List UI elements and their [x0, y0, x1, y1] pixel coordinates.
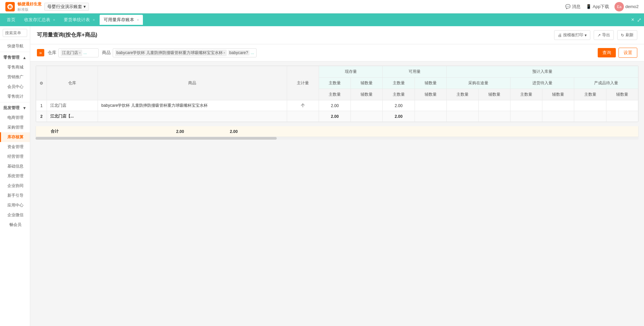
warehouse-more[interactable]: ... — [84, 50, 87, 55]
product-tag-label: babycare学饮杯 儿童防摔防撞吸管杯重力球吸嘴杯宝宝水杯 — [116, 50, 223, 56]
sidebar-item-wholesale-mgmt[interactable]: 批发管理 ▼ — [0, 103, 30, 113]
sidebar-item-member[interactable]: 会员中心 — [0, 82, 30, 92]
sidebar-item-retail-stats[interactable]: 零售统计 — [0, 92, 30, 101]
sidebar-item-finance[interactable]: 资金管理 — [0, 142, 30, 152]
sidebar-app-center-label: 应用中心 — [7, 202, 23, 208]
scroll-thumb[interactable] — [36, 137, 277, 140]
sidebar-item-ecommerce[interactable]: 电商管理 — [0, 113, 30, 123]
product-filter-tags[interactable]: babycare学饮杯 儿童防摔防撞吸管杯重力球吸嘴杯宝宝水杯 × babyca… — [113, 48, 257, 57]
col-available-aux-sub: 辅数量 — [415, 78, 446, 89]
row1-production-aux — [606, 100, 638, 111]
refresh-button[interactable]: ↻ 刷新 — [617, 30, 637, 40]
svg-text:畅: 畅 — [8, 5, 12, 9]
row2-stock-main: 2.00 — [319, 111, 351, 122]
sidebar-marketing-label: 营销推广 — [7, 74, 23, 80]
tab-restore-btn[interactable]: ⤢ — [637, 17, 641, 23]
row2-production-main — [574, 111, 606, 122]
horizontal-scrollbar[interactable] — [36, 137, 639, 140]
tab-receipts[interactable]: 收发存汇总表 × — [20, 15, 59, 25]
row2-product — [98, 111, 287, 122]
tab-bar-controls: × ⤢ — [631, 17, 641, 23]
sidebar-item-marketing[interactable]: 营销推广 — [0, 72, 30, 82]
sidebar-item-purchase[interactable]: 采购管理 — [0, 123, 30, 132]
tab-orders-close[interactable]: × — [93, 18, 95, 22]
sidebar-item-retail-mgmt[interactable]: 零售管理 ▲ — [0, 53, 30, 62]
sidebar-item-app-center[interactable]: 应用中心 — [0, 200, 30, 210]
printer-icon: 🖨 — [558, 33, 562, 38]
sidebar-item-retail-store[interactable]: 零售商城 — [0, 62, 30, 72]
logo-icon: 畅 — [5, 2, 15, 11]
tab-close-btn[interactable]: × — [631, 17, 634, 23]
store-selector[interactable]: 母婴行业演示账套 ▾ — [44, 3, 89, 11]
inventory-table: ⚙ 仓库 商品 主计量 现存量 可用量 预计入库量 主数量 辅数量 主数量 辅数… — [36, 66, 638, 122]
row2-incoming-aux — [542, 111, 574, 122]
sidebar-item-inventory[interactable]: 库存核算 — [0, 132, 30, 142]
search-input[interactable] — [3, 29, 27, 37]
tab-available-close[interactable]: × — [137, 18, 139, 22]
sidebar-quick-nav-label: 快捷导航 — [7, 43, 23, 49]
sidebar-item-new-guide[interactable]: 新手引导 — [0, 191, 30, 200]
col-unit: 主计量 — [287, 66, 319, 100]
product-tag-close[interactable]: × — [223, 51, 225, 55]
product-tag2-label: babycare? — [229, 50, 248, 55]
row2-warehouse: 江北门店【... — [47, 111, 98, 122]
brand-info: 畅捷通好生意 标准版 — [17, 1, 42, 12]
row2-avail-main: 2.00 — [383, 111, 415, 122]
col-purchase-main: 主数量 — [446, 89, 478, 100]
chevron-up-icon: ▲ — [22, 55, 26, 60]
store-dropdown-icon: ▾ — [84, 4, 86, 9]
sidebar-vip-label: 畅会员 — [9, 222, 21, 228]
export-button[interactable]: ↗ 导出 — [594, 30, 614, 40]
col-planned-group: 预计入库量 — [446, 66, 638, 78]
tab-available[interactable]: 可用量库存账本 × — [100, 15, 143, 25]
col-production-aux: 辅数量 — [606, 89, 638, 100]
sidebar-item-wechat[interactable]: 企业微信 — [0, 210, 30, 220]
sidebar-divider-1 — [0, 52, 30, 52]
col-production-group: 产成品待入量 — [574, 78, 638, 89]
row1-stock-aux — [351, 100, 383, 111]
message-label: 消息 — [572, 4, 581, 10]
sidebar-item-basic-info[interactable]: 基础信息 — [0, 161, 30, 171]
row2-avail-aux — [415, 111, 446, 122]
sidebar-item-vip[interactable]: 畅会员 — [0, 220, 30, 230]
sidebar-item-operations[interactable]: 经营管理 — [0, 152, 30, 161]
product-more[interactable]: ... — [251, 50, 254, 55]
sidebar-member-label: 会员中心 — [7, 84, 23, 90]
warehouse-tag-jiangbei: 江北门店 × — [61, 50, 82, 56]
tab-receipts-close[interactable]: × — [53, 18, 55, 22]
sidebar-retail-stats-label: 零售统计 — [7, 94, 23, 99]
col-stock-main-sub: 主数量 — [319, 78, 351, 89]
col-avail-aux-qty: 辅数量 — [415, 89, 446, 100]
app-download-button[interactable]: 📱 App下载 — [586, 4, 609, 10]
col-incoming-group: 进货待入量 — [511, 78, 574, 89]
store-name: 母婴行业演示账套 — [47, 4, 82, 10]
warehouse-tag-close[interactable]: × — [79, 51, 81, 55]
col-available-main-sub: 主数量 — [383, 78, 415, 89]
col-warehouse: 仓库 — [47, 66, 98, 100]
row2-production-aux — [606, 111, 638, 122]
top-bar-right: 💬 消息 📱 App下载 Ea demo2 — [565, 2, 639, 11]
table-footer: 合计 2.00 2.00 — [36, 126, 639, 137]
sidebar-retail-mgmt-label: 零售管理 — [3, 55, 19, 60]
sidebar-item-system[interactable]: 系统管理 — [0, 171, 30, 181]
tab-home[interactable]: 首页 — [3, 15, 19, 25]
setting-button[interactable]: 设置 — [619, 48, 637, 58]
product-filter-group: 商品 babycare学饮杯 儿童防摔防撞吸管杯重力球吸嘴杯宝宝水杯 × bab… — [102, 48, 257, 57]
top-bar-left: 畅 畅捷通好生意 标准版 母婴行业演示账套 ▾ — [5, 1, 89, 12]
tab-orders[interactable]: 要货单统计表 × — [60, 15, 99, 25]
sidebar-item-quick-nav[interactable]: 快捷导航 — [0, 41, 30, 51]
query-button[interactable]: 查询 — [598, 48, 616, 57]
filter-bar: » 仓库 江北门店 × ... 商品 babycare学饮杯 儿童防摔防撞吸管杯… — [30, 44, 644, 61]
message-button[interactable]: 💬 消息 — [565, 4, 581, 10]
row1-product: babycare学饮杯 儿童防摔防撞吸管杯重力球吸嘴杯宝宝水杯 — [98, 100, 287, 111]
print-template-button[interactable]: 🖨 按模板打印 ▾ — [554, 30, 590, 40]
expand-icon: » — [39, 50, 42, 55]
footer-avail-main: 2.00 — [220, 129, 247, 134]
warehouse-filter-tags[interactable]: 江北门店 × ... — [58, 48, 99, 57]
warehouse-filter-group: 仓库 江北门店 × ... — [48, 48, 99, 57]
sidebar-inventory-label: 库存核算 — [7, 134, 23, 140]
filter-expand-button[interactable]: » — [37, 49, 44, 56]
sidebar-item-enterprise[interactable]: 企业协同 — [0, 181, 30, 191]
row1-index: 1 — [36, 100, 47, 111]
user-profile[interactable]: Ea demo2 — [614, 2, 639, 11]
